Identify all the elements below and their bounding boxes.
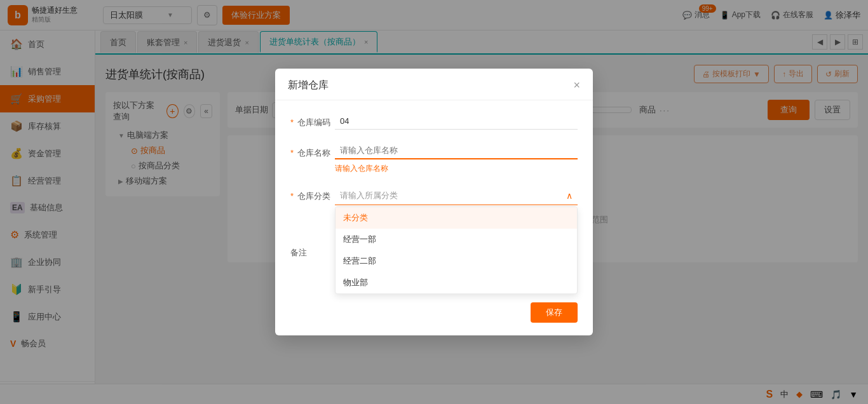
modal-close-button[interactable]: × (573, 79, 580, 92)
name-error-message: 请输入仓库名称 (335, 163, 388, 174)
dropdown-item-dept1[interactable]: 经营一部 (336, 229, 577, 250)
dropdown-item-dept3[interactable]: 物业部 (336, 272, 577, 293)
modal-body: * 仓库编码 * 仓库名称 请输入仓库名称 (275, 100, 593, 295)
category-label-text: 仓库分类 (297, 191, 330, 201)
name-input[interactable] (335, 142, 578, 159)
dropdown-item-unclassified[interactable]: 未分类 (336, 207, 577, 229)
modal-title: 新增仓库 (288, 79, 329, 92)
name-required-star: * (290, 148, 294, 158)
category-required-star: * (290, 191, 294, 201)
dropdown-item-dept2[interactable]: 经营二部 (336, 250, 577, 272)
code-form-row: * 仓库编码 (290, 113, 578, 130)
category-select[interactable]: 请输入所属分类 ∧ (335, 187, 578, 205)
modal-footer: 保存 (275, 295, 593, 335)
code-label: * 仓库编码 (290, 113, 335, 128)
code-required-star: * (290, 118, 294, 127)
category-label: * 仓库分类 (290, 187, 335, 202)
category-select-wrapper: 请输入所属分类 ∧ 未分类 经营一部 经营二部 物业部 (335, 187, 578, 205)
modal-header: 新增仓库 × (275, 69, 593, 100)
category-dropdown-icon: ∧ (566, 191, 573, 201)
modal-overlay[interactable]: 新增仓库 × * 仓库编码 * 仓库名称 (0, 0, 868, 404)
code-input[interactable] (335, 113, 578, 130)
category-form-row: * 仓库分类 请输入所属分类 ∧ 未分类 经营一部 经营二部 物业部 (290, 187, 578, 205)
name-label-text: 仓库名称 (297, 148, 330, 158)
code-label-text: 仓库编码 (297, 118, 330, 127)
note-label: 备注 (290, 243, 335, 259)
category-select-text: 请输入所属分类 (340, 190, 566, 201)
save-button[interactable]: 保存 (531, 302, 578, 323)
category-dropdown: 未分类 经营一部 经营二部 物业部 (335, 206, 578, 294)
new-warehouse-modal: 新增仓库 × * 仓库编码 * 仓库名称 (275, 69, 593, 335)
name-label: * 仓库名称 (290, 144, 335, 159)
name-form-row: * 仓库名称 请输入仓库名称 (290, 142, 578, 174)
